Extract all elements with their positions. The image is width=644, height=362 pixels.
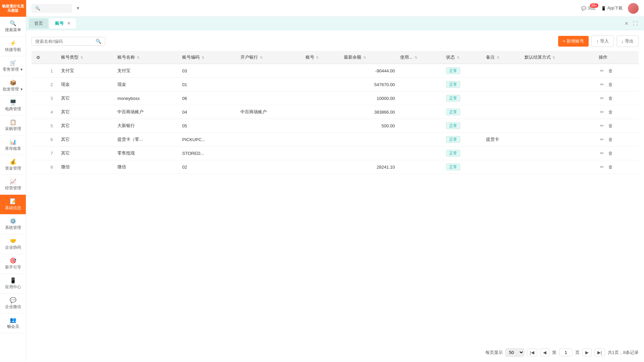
col-remark[interactable]: 备注 ⇅ bbox=[483, 51, 522, 64]
col-code[interactable]: 账号编码 ⇅ bbox=[179, 51, 238, 64]
row-status: 正常 bbox=[443, 119, 483, 133]
message-button[interactable]: 💬 消息 99+ bbox=[581, 5, 596, 11]
page-size-label: 每页显示 bbox=[485, 350, 503, 356]
sidebar-item-operations[interactable]: 📈 经营管理 bbox=[0, 175, 26, 195]
tab-account[interactable]: 账号 ✕ bbox=[50, 18, 76, 28]
row-type: 支付宝 bbox=[58, 64, 115, 78]
edit-button[interactable]: ✏ bbox=[599, 164, 605, 170]
col-usage[interactable]: 使用... ⇅ bbox=[397, 51, 443, 64]
delete-button[interactable]: 🗑 bbox=[607, 95, 614, 102]
col-bank[interactable]: 开户银行 ⇅ bbox=[238, 51, 303, 64]
col-no bbox=[45, 51, 58, 64]
sidebar-item-system[interactable]: ⚙️ 系统管理 bbox=[0, 215, 26, 234]
sidebar-item-wholesale[interactable]: 📦 批发管理 ▼ bbox=[0, 76, 26, 96]
row-default-settle bbox=[522, 64, 596, 78]
search-menu-icon: 🔍 bbox=[1, 20, 24, 26]
topbar-search-box[interactable]: 🔍 bbox=[32, 4, 72, 12]
export-button[interactable]: ↓ 导出 bbox=[616, 36, 639, 47]
delete-button[interactable]: 🗑 bbox=[607, 122, 614, 129]
edit-button[interactable]: ✏ bbox=[599, 81, 605, 88]
account-search-input[interactable] bbox=[35, 39, 96, 44]
delete-button[interactable]: 🗑 bbox=[607, 67, 614, 74]
edit-button[interactable]: ✏ bbox=[599, 122, 605, 129]
sidebar-item-quick-nav[interactable]: ⚡ 快捷导航 bbox=[0, 37, 26, 56]
add-account-button[interactable]: + 新增账号 bbox=[558, 36, 589, 47]
import-label: 导入 bbox=[600, 38, 609, 44]
col-settings[interactable]: ⚙ bbox=[32, 51, 45, 64]
col-name[interactable]: 账号名称 ⇅ bbox=[115, 51, 179, 64]
sidebar-item-label: 企业微信 bbox=[5, 304, 21, 309]
row-settings bbox=[32, 78, 45, 92]
current-page-input[interactable] bbox=[559, 349, 573, 356]
last-page-button[interactable]: ▶| bbox=[594, 349, 605, 356]
first-page-button[interactable]: |◀ bbox=[527, 349, 537, 356]
import-button[interactable]: ↑ 导入 bbox=[591, 36, 614, 47]
edit-button[interactable]: ✏ bbox=[599, 109, 605, 115]
row-name: 大新银行 bbox=[115, 119, 179, 133]
sidebar-item-member[interactable]: 👥 畅会员 bbox=[0, 313, 26, 333]
sidebar-item-retail[interactable]: 🛒 零售管理 ▼ bbox=[0, 56, 26, 76]
delete-button[interactable]: 🗑 bbox=[607, 81, 614, 88]
row-remark bbox=[483, 119, 522, 133]
sidebar-item-purchase[interactable]: 📋 采购管理 bbox=[0, 116, 26, 135]
row-remark bbox=[483, 64, 522, 78]
sidebar-item-finance[interactable]: 💰 资金管理 bbox=[0, 155, 26, 175]
col-default-settle[interactable]: 默认结算方式 ⇅ bbox=[522, 51, 596, 64]
page-size-select[interactable]: 50 100 200 bbox=[505, 348, 524, 357]
row-account bbox=[303, 92, 341, 105]
sidebar-item-enterprise-agreement[interactable]: 🤝 企业协同 bbox=[0, 234, 26, 254]
sidebar-item-label: 搜索菜单 bbox=[5, 27, 21, 32]
topbar-search-icon: 🔍 bbox=[35, 6, 40, 11]
search-icon[interactable]: 🔍 bbox=[96, 39, 101, 44]
row-remark bbox=[483, 92, 522, 105]
dropdown-icon[interactable]: ▼ bbox=[76, 6, 80, 11]
row-bank bbox=[238, 133, 303, 146]
maximize-window-icon[interactable]: ⛶ bbox=[632, 20, 639, 27]
delete-button[interactable]: 🗑 bbox=[607, 136, 614, 143]
row-type: 其它 bbox=[58, 146, 115, 160]
next-page-button[interactable]: ▶ bbox=[582, 349, 592, 356]
row-type: 其它 bbox=[58, 119, 115, 133]
sidebar-item-app-center[interactable]: 📱 应用中心 bbox=[0, 274, 26, 294]
row-account bbox=[303, 146, 341, 160]
row-remark: 提货卡 bbox=[483, 133, 522, 146]
prev-page-button[interactable]: ◀ bbox=[540, 349, 549, 356]
edit-button[interactable]: ✏ bbox=[599, 136, 605, 143]
app-download-button[interactable]: 📱 App下载 bbox=[601, 5, 623, 11]
sidebar-item-ecommerce[interactable]: 🖥️ 电商管理 bbox=[0, 96, 26, 116]
row-account bbox=[303, 160, 341, 174]
close-window-icon[interactable]: ✕ bbox=[623, 20, 630, 27]
sidebar-item-newbie[interactable]: 🎯 新手引导 bbox=[0, 254, 26, 274]
sidebar-item-search-menu[interactable]: 🔍 搜索菜单 bbox=[0, 17, 26, 37]
row-default-settle bbox=[522, 133, 596, 146]
edit-button[interactable]: ✏ bbox=[599, 150, 605, 157]
delete-button[interactable]: 🗑 bbox=[607, 164, 614, 170]
sidebar-item-basic-info[interactable]: 📝 基础信息 bbox=[0, 195, 26, 215]
row-action: ✏ 🗑 bbox=[596, 146, 639, 160]
table-header-row: ⚙ 账号类型 ⇅ 账号名称 ⇅ 账号编码 ⇅ 开户银行 ⇅ 账号 ⇅ 最新余额 … bbox=[32, 51, 639, 64]
quick-nav-icon: ⚡ bbox=[1, 40, 24, 46]
row-bank bbox=[238, 64, 303, 78]
table-row: 8 微信 微信 02 28241.10 正常 ✏ 🗑 bbox=[32, 160, 639, 174]
edit-button[interactable]: ✏ bbox=[599, 67, 605, 74]
delete-button[interactable]: 🗑 bbox=[607, 150, 614, 157]
tab-home[interactable]: 首页 bbox=[29, 18, 48, 28]
sidebar-item-enterprise-wechat[interactable]: 💬 企业微信 bbox=[0, 294, 26, 313]
sidebar-item-inventory[interactable]: 📊 库存核算 bbox=[0, 135, 26, 155]
account-table: ⚙ 账号类型 ⇅ 账号名称 ⇅ 账号编码 ⇅ 开户银行 ⇅ 账号 ⇅ 最新余额 … bbox=[32, 51, 639, 174]
col-balance[interactable]: 最新余额 ⇅ bbox=[341, 51, 397, 64]
col-type[interactable]: 账号类型 ⇅ bbox=[58, 51, 115, 64]
col-account[interactable]: 账号 ⇅ bbox=[303, 51, 341, 64]
edit-button[interactable]: ✏ bbox=[599, 95, 605, 102]
account-search-box[interactable]: 🔍 bbox=[32, 37, 105, 46]
row-usage bbox=[397, 133, 443, 146]
col-status[interactable]: 状态 ⇅ bbox=[443, 51, 483, 64]
tab-account-close[interactable]: ✕ bbox=[67, 21, 70, 26]
row-action: ✏ 🗑 bbox=[596, 119, 639, 133]
import-icon: ↑ bbox=[596, 39, 599, 44]
row-remark bbox=[483, 160, 522, 174]
delete-button[interactable]: 🗑 bbox=[607, 109, 614, 115]
user-avatar[interactable] bbox=[628, 3, 639, 14]
sidebar-item-label: 库存核算 bbox=[5, 146, 21, 151]
row-remark bbox=[483, 105, 522, 119]
